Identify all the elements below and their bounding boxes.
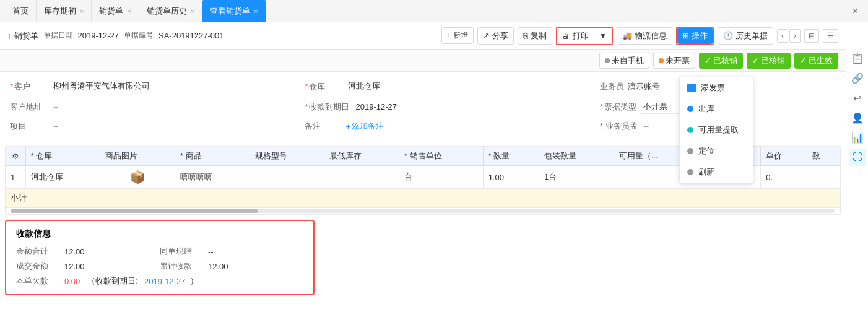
- menu-outbound[interactable]: 出库: [680, 98, 753, 119]
- share-button[interactable]: ↗ 分享: [477, 27, 514, 45]
- tab-inventory-label: 库存期初: [44, 6, 76, 17]
- sidebar-icon-link[interactable]: 🔗: [849, 69, 866, 87]
- col-warehouse: * 仓库: [25, 147, 100, 166]
- sidebar-icon-doc[interactable]: 📋: [849, 50, 866, 67]
- col-img: 商品图片: [100, 147, 175, 166]
- main-content: ↑ 销货单 单据日期 2019-12-27 单据编号 SA-20191227-0…: [0, 22, 868, 330]
- sidebar-icon-user[interactable]: 👤: [849, 109, 866, 126]
- row-no: 1: [6, 166, 25, 189]
- already-effect-label: 已生效: [809, 55, 833, 66]
- tab-sales[interactable]: 销货单 ×: [92, 0, 139, 22]
- from-phone-button[interactable]: 来自手机: [599, 53, 649, 69]
- doc-type-label: 销货单: [14, 30, 38, 41]
- owe-row: 本单欠款 0.00 （收款到期日: 2019-12-27 ）: [16, 276, 303, 287]
- owe-date: 2019-12-27: [144, 277, 186, 286]
- list-view-button[interactable]: ☰: [823, 29, 838, 43]
- history-icon: 🕐: [723, 31, 733, 40]
- total-value: 12.00: [64, 247, 85, 256]
- sidebar-icon-expand[interactable]: ⛶: [849, 149, 866, 166]
- menu-refresh[interactable]: 刷新: [680, 162, 753, 183]
- col-unit: * 销售单位: [399, 147, 483, 166]
- toolbar2: 来自手机 未开票 ✓ 已核销 ✓ 已核销 ✓ 已生效: [0, 50, 846, 72]
- staff-value: 演示账号: [628, 81, 660, 92]
- row-amount: [807, 166, 840, 189]
- col-min-stock: 最低库存: [324, 147, 399, 166]
- doc-info: ↑ 销货单 单据日期 2019-12-27 单据编号 SA-20191227-0…: [7, 30, 224, 41]
- menu-avail-extract[interactable]: 可用量提取: [680, 119, 753, 141]
- warehouse-label: *仓库: [305, 81, 342, 92]
- tab-sales-close[interactable]: ×: [127, 7, 131, 15]
- row-min-stock: [324, 166, 399, 189]
- print-button[interactable]: 🖨 打印: [557, 28, 594, 44]
- warehouse-field: *仓库 河北仓库: [305, 79, 599, 93]
- logistics-label: 物流信息: [635, 30, 667, 41]
- right-sidebar: 📋 🔗 ↩ 👤 📊 ⛶: [846, 45, 868, 330]
- already-effect-button[interactable]: ✓ 已生效: [794, 53, 838, 69]
- tab-sales-history-label: 销货单历史: [147, 6, 187, 17]
- horizontal-scrollbar[interactable]: [11, 209, 835, 213]
- copy-button[interactable]: ⎘ 复制: [518, 27, 552, 45]
- print-dropdown[interactable]: ▼: [594, 28, 612, 44]
- toolbar: ↑ 销货单 单据日期 2019-12-27 单据编号 SA-20191227-0…: [0, 22, 846, 50]
- already-cancel-button[interactable]: ✓ 已核销: [747, 53, 791, 69]
- tab-view-sales-close[interactable]: ×: [254, 7, 258, 15]
- tab-home[interactable]: 首页: [5, 0, 37, 22]
- check-label: 已核销: [713, 55, 737, 66]
- tab-sales-history-close[interactable]: ×: [191, 7, 194, 15]
- owe-inner-row: 本单欠款 0.00 （收款到期日: 2019-12-27 ）: [16, 276, 303, 287]
- add-invoice-icon: [687, 84, 696, 92]
- tab-sales-label: 销货单: [99, 6, 123, 17]
- row-qty: 1.00: [483, 166, 539, 189]
- sidebar-icon-chart[interactable]: 📊: [849, 129, 866, 146]
- total-row: 金额合计 12.00: [16, 246, 160, 257]
- col-settings: ⚙: [6, 147, 25, 166]
- new-button[interactable]: + 新增: [441, 27, 474, 44]
- sidebar-icon-return[interactable]: ↩: [849, 89, 866, 106]
- history-button[interactable]: 🕐 历史单据: [718, 27, 773, 45]
- avail-extract-icon: [687, 127, 693, 133]
- payment-grid: 金额合计 12.00 同单现结 -- 成交金额 12.00 累计收款 12.00: [16, 246, 303, 287]
- tab-view-sales-label: 查看销货单: [210, 6, 250, 17]
- copy-label: 复制: [531, 30, 547, 41]
- check-button[interactable]: ✓ 已核销: [699, 53, 743, 69]
- owe-note: （收款到期日:: [87, 276, 138, 287]
- not-open-button[interactable]: 未开票: [653, 53, 695, 69]
- cumulative-label: 累计收款: [160, 261, 203, 272]
- tab-sales-history[interactable]: 销货单历史 ×: [139, 0, 202, 22]
- tab-inventory[interactable]: 库存期初 ×: [37, 0, 92, 22]
- tab-home-label: 首页: [12, 6, 28, 17]
- deal-amount-value: 12.00: [64, 262, 85, 271]
- add-note-label: 添加备注: [352, 121, 384, 132]
- row-unit: 台: [399, 166, 483, 189]
- project-field: 项目 --: [10, 120, 305, 132]
- prev-button[interactable]: ‹: [777, 29, 788, 43]
- no-value: SA-20191227-001: [158, 31, 224, 40]
- tab-view-sales[interactable]: 查看销货单 ×: [202, 0, 266, 22]
- staff-label: 业务员: [600, 81, 624, 92]
- window-close-button[interactable]: ×: [848, 6, 863, 17]
- no-label: 单据编号: [124, 30, 154, 41]
- grid-view-button[interactable]: ⊟: [804, 29, 819, 43]
- operate-button[interactable]: ⊞ 操作: [677, 28, 713, 44]
- scroll-thumb[interactable]: [11, 209, 258, 213]
- next-button[interactable]: ›: [789, 29, 801, 43]
- locate-label: 定位: [698, 145, 714, 157]
- total-label: 金额合计: [16, 246, 59, 257]
- menu-add-invoice[interactable]: 添发票: [680, 77, 753, 98]
- due-date-field: *收款到期日 2019-12-27: [305, 101, 599, 113]
- col-spec: 规格型号: [250, 147, 324, 166]
- cumulative-row: 累计收款 12.00: [160, 261, 303, 272]
- address-field: 客户地址 --: [10, 101, 305, 113]
- add-note-button[interactable]: + 添加备注: [345, 121, 384, 132]
- address-label: 客户地址: [10, 102, 47, 113]
- print-label: 打印: [573, 30, 589, 41]
- menu-locate[interactable]: 定位: [680, 141, 753, 162]
- logistics-button[interactable]: 🚚 物流信息: [617, 27, 672, 45]
- tab-inventory-close[interactable]: ×: [80, 7, 84, 15]
- toolbar-actions: + 新增 ↗ 分享 ⎘ 复制 🖨 打印 ▼ 🚚: [441, 27, 838, 45]
- col-price: 单价: [761, 147, 807, 166]
- note-label: 备注: [305, 121, 342, 132]
- customer-value: 柳州粤港平安气体有限公司: [51, 79, 152, 93]
- due-date-label: *收款到期日: [305, 102, 349, 113]
- phone-dot-icon: [605, 58, 610, 63]
